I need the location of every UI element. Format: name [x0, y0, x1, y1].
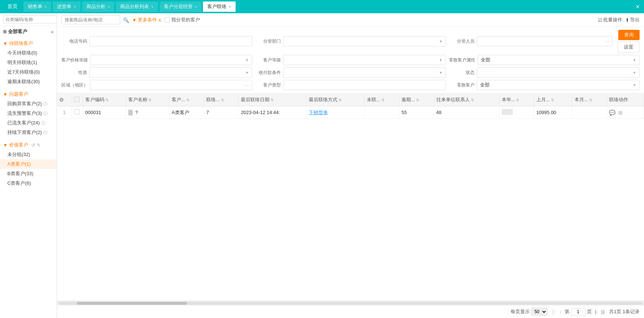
row-overdue2: 48	[434, 106, 499, 119]
scroll-track[interactable]	[58, 302, 643, 305]
sidebar-collapse-btn[interactable]: «	[51, 29, 54, 35]
filter-customer-type-value[interactable]	[283, 80, 446, 90]
sidebar-section-title-problem[interactable]: ▼ 问题客户	[0, 89, 57, 99]
batch-operation-btn[interactable]: ☑ 批量操作	[598, 17, 622, 23]
settings-gear-icon[interactable]: ⚙	[59, 97, 64, 103]
page-input[interactable]	[571, 308, 586, 315]
row-checkbox[interactable]	[75, 109, 80, 114]
more-action-icon[interactable]: ⊞	[618, 110, 623, 116]
col-header-last-method[interactable]: 最后联络方式 ⇅	[307, 93, 365, 106]
sidebar-item-unclassified[interactable]: 未分组(32)	[0, 150, 57, 159]
next-page-btn[interactable]: ⟩	[593, 308, 598, 315]
sidebar-item-class-b[interactable]: B类客户(33)	[0, 169, 57, 179]
col-header-check[interactable]	[72, 93, 83, 106]
nav-tab-customer-contact[interactable]: 客户联络 ×	[203, 1, 235, 12]
close-sales-tab[interactable]: ×	[44, 4, 47, 9]
nav-tab-customer-tier[interactable]: 客户分层经营 ×	[160, 1, 201, 12]
col-header-code[interactable]: 客户编码 ⇅	[83, 93, 126, 106]
col-header-name[interactable]: 客户名称 ⇅	[126, 93, 169, 106]
sort-icon-last-method: ⇅	[339, 98, 341, 102]
filter-dept-select[interactable]: ▼	[283, 36, 446, 46]
settings-button[interactable]: 设置	[618, 42, 640, 53]
nav-tab-purchase[interactable]: 进货单 ×	[53, 1, 80, 12]
row-check[interactable]	[72, 106, 83, 119]
close-purchase-tab[interactable]: ×	[74, 4, 76, 9]
close-product-analysis-tab[interactable]: ×	[108, 4, 110, 9]
col-header-uncontacted[interactable]: 未联... ⇅	[365, 93, 399, 106]
last-page-btn[interactable]: ⟩⟩	[600, 308, 606, 315]
search-input[interactable]	[61, 15, 120, 24]
horizontal-scrollbar[interactable]	[57, 301, 644, 305]
prev-page-btn[interactable]: ⟨	[558, 308, 563, 315]
sidebar-section-title-pending[interactable]: ▼ 待联络客户	[0, 39, 57, 48]
sidebar-search-input[interactable]	[3, 15, 57, 24]
last-method-link[interactable]: 下销货单	[309, 110, 328, 115]
filter-price-select[interactable]: ▼	[90, 55, 252, 65]
sidebar-item-repurchase[interactable]: 回购异常客户(2) ⓘ	[0, 99, 57, 109]
col-header-contact-person[interactable]: 往来单位联系人 ⇅	[434, 93, 499, 106]
per-page-select[interactable]: 50	[531, 308, 547, 316]
close-customer-contact-tab[interactable]: ×	[229, 4, 231, 9]
sidebar-item-declining[interactable]: 持续下滑客户(2) ⓘ	[0, 128, 57, 137]
filter-more-btn[interactable]: ▼ 更多条件 ∧	[132, 17, 162, 23]
col-header-overdue[interactable]: 逾期... ⇅	[399, 93, 434, 106]
checkbox-icon[interactable]	[165, 17, 170, 22]
all-customers-label[interactable]: 全部客户	[8, 28, 27, 35]
col-header-settings[interactable]: ⚙	[57, 93, 72, 106]
first-page-btn[interactable]: ⟨⟨	[550, 308, 557, 315]
close-product-list-tab[interactable]: ×	[151, 4, 153, 9]
col-header-last-date[interactable]: 最后联络日期 ⇅	[239, 93, 307, 106]
window-close-button[interactable]: ×	[634, 3, 641, 11]
filter-customer-level-select[interactable]: ▼	[283, 55, 446, 65]
sidebar-section-problem: ▼ 问题客户 回购异常客户(2) ⓘ 流失预警客户(3) ⓘ 已流失客户(24)…	[0, 88, 57, 139]
sidebar-item-class-c[interactable]: C类客户(6)	[0, 179, 57, 188]
nav-tab-product-analysis[interactable]: 商品分析 ×	[82, 1, 114, 12]
sidebar-section-title-value[interactable]: ▼ 价值客户 ↺ ✎	[0, 140, 57, 150]
col-header-customer-type[interactable]: 客户... ⇅	[169, 93, 204, 106]
sidebar-item-churn-warning[interactable]: 流失预警客户(3) ⓘ	[0, 109, 57, 118]
nav-tab-product-list[interactable]: 商品分析列表 ×	[116, 1, 158, 12]
filter-person-select[interactable]: ···	[477, 36, 612, 46]
scatter-attr-caret: ▼	[633, 58, 636, 62]
sort-icon-code: ⇅	[105, 98, 108, 102]
close-customer-tier-tab[interactable]: ×	[195, 4, 197, 9]
nav-tab-sales[interactable]: 销售单 ×	[24, 1, 51, 12]
filter-nature-select[interactable]: ▼	[89, 67, 252, 78]
query-button[interactable]: 查询	[618, 30, 640, 40]
header-checkbox[interactable]	[74, 97, 79, 102]
filter-scatter-select[interactable]: 全部 ▼	[477, 80, 640, 90]
row-last-method[interactable]: 下销货单	[307, 106, 365, 119]
filter-scatter-attr: 零散客户属性 全部 ▼	[449, 55, 640, 65]
col-header-last-month[interactable]: 上月... ⇅	[534, 93, 572, 106]
sidebar-item-churned[interactable]: 已流失客户(24) ⓘ	[0, 118, 57, 128]
payment-caret: ▼	[439, 71, 443, 75]
my-customers-checkbox[interactable]: 我分管的客户	[165, 17, 200, 23]
filter-icon: ▼	[132, 17, 137, 23]
export-btn[interactable]: ⬆ 导出	[625, 17, 640, 23]
sidebar-item-week[interactable]: 近7天待联络(0)	[0, 67, 57, 77]
col-header-this-year[interactable]: 本年... ⇅	[499, 93, 534, 106]
col-header-this-month[interactable]: 本月... ⇅	[572, 93, 607, 106]
filter-region-select[interactable]: ···	[90, 80, 252, 90]
filter-status-select[interactable]: ▼	[477, 67, 640, 78]
filter-region: 区域（地区） ···	[61, 80, 252, 90]
checkbox-batch-icon: ☑	[598, 17, 602, 23]
sidebar-item-tomorrow[interactable]: 明天待联络(1)	[0, 58, 57, 67]
filter-scatter-label: 零散客户	[449, 82, 475, 88]
nav-home[interactable]: 首页	[3, 3, 22, 10]
col-header-contact-count[interactable]: 联络... ⇅	[204, 93, 239, 106]
scroll-thumb[interactable]	[77, 302, 187, 305]
sort-icon-contact-person: ⇅	[471, 98, 474, 102]
toolbar-search-icon[interactable]: 🔍	[123, 17, 129, 23]
col-header-actions: 联络动作	[607, 93, 644, 106]
refresh-icon[interactable]: ↺	[31, 142, 35, 148]
filter-payment-select[interactable]: ▼	[283, 67, 446, 78]
sidebar-item-overdue[interactable]: 逾期未联络(30)	[0, 77, 57, 86]
filter-scatter-attr-select[interactable]: 全部 ▼	[477, 55, 640, 65]
sidebar-item-today[interactable]: 今天待联络(0)	[0, 48, 57, 58]
contact-action-icon[interactable]: 💬	[609, 110, 615, 116]
filter-phone-input[interactable]	[89, 36, 252, 46]
sidebar-item-class-a[interactable]: A类客户(1)	[0, 159, 57, 169]
sort-icon-last-date: ⇅	[271, 98, 273, 102]
edit-icon-value[interactable]: ✎	[37, 142, 41, 148]
